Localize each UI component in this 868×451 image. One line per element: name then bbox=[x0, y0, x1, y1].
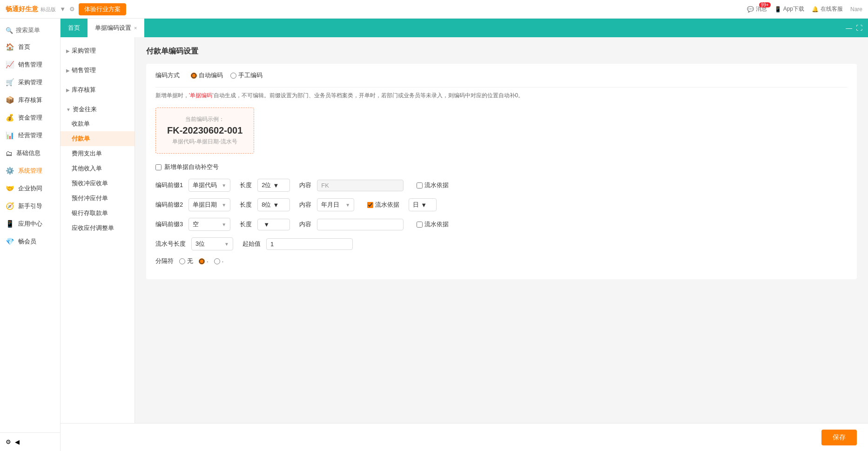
sidebar-settings-icon[interactable]: ⚙ bbox=[6, 438, 11, 445]
prefix3-select[interactable]: 空 ▼ bbox=[188, 218, 230, 231]
sep-dot2[interactable]: · bbox=[214, 258, 224, 265]
len2-select[interactable]: 8位 ▼ bbox=[257, 198, 290, 211]
sidebar-collapse-icon[interactable]: ◀ bbox=[15, 438, 20, 445]
prefix1-select[interactable]: 单据代码 ▼ bbox=[188, 179, 230, 192]
len2-arrow: ▼ bbox=[273, 202, 279, 209]
main-content: 付款单编码设置 编码方式 自动编码 手工编码 bbox=[135, 37, 868, 423]
system-icon: ⚙️ bbox=[6, 167, 14, 175]
tab-home[interactable]: 首页 bbox=[61, 19, 87, 37]
user-name[interactable]: Nare bbox=[850, 6, 862, 13]
sub-group-title-sales[interactable]: ▶ 销售管理 bbox=[61, 63, 135, 77]
sub-group-title-inventory[interactable]: ▶ 库存核算 bbox=[61, 83, 135, 97]
download-label: App下载 bbox=[783, 5, 804, 13]
sidebar-item-apps[interactable]: 📱 应用中心 bbox=[0, 215, 60, 233]
tab-nav-right: — ⛶ bbox=[846, 24, 868, 32]
manual-code-radio[interactable]: 手工编码 bbox=[230, 71, 262, 80]
dropdown-icon[interactable]: ▼ bbox=[60, 6, 66, 13]
sub-item-other-income[interactable]: 其他收入单 bbox=[61, 161, 135, 176]
len1-value: 2位 bbox=[262, 181, 271, 189]
serial-length-label: 流水号长度 bbox=[155, 240, 186, 248]
auto-fill-row[interactable]: 新增单据自动补空号 bbox=[155, 163, 848, 171]
sidebar-item-sales[interactable]: 📈 销售管理 bbox=[0, 56, 60, 74]
member-icon: 💎 bbox=[6, 237, 14, 246]
save-button[interactable]: 保存 bbox=[821, 430, 857, 445]
auto-fill-checkbox[interactable] bbox=[155, 164, 161, 170]
serial2-checkbox[interactable] bbox=[367, 202, 373, 208]
len1-select[interactable]: 2位 ▼ bbox=[257, 179, 290, 192]
sidebar-item-member[interactable]: 💎 畅会员 bbox=[0, 233, 60, 250]
message-button[interactable]: 💬 消息 99+ bbox=[747, 5, 767, 13]
sub-group-title-finance[interactable]: ▼ 资金往来 bbox=[61, 102, 135, 116]
content2-select[interactable]: 年月日 ▼ bbox=[317, 198, 354, 211]
sub-item-receipts[interactable]: 收款单 bbox=[61, 116, 135, 131]
edition-label: 标品版 bbox=[40, 7, 56, 12]
sub-group-sales: ▶ 销售管理 bbox=[61, 61, 135, 80]
tab-maximize-icon[interactable]: ⛶ bbox=[856, 24, 862, 32]
serial-length-select[interactable]: 3位 ▼ bbox=[191, 237, 233, 250]
sub-item-adjust[interactable]: 应收应付调整单 bbox=[61, 221, 135, 236]
settings-icon[interactable]: ⚙ bbox=[69, 6, 75, 13]
arrow-finance: ▼ bbox=[66, 107, 71, 112]
prefix1-label: 编码前缀1 bbox=[155, 181, 183, 189]
sep-dot[interactable]: · bbox=[199, 258, 209, 265]
online-service-button[interactable]: 🔔 在线客服 bbox=[812, 5, 843, 13]
search-menu[interactable]: 🔍 搜索菜单 bbox=[0, 22, 60, 38]
len3-select[interactable]: ▼ bbox=[257, 219, 290, 230]
sidebar-label-member: 畅会员 bbox=[18, 237, 36, 246]
content2-label: 内容 bbox=[299, 201, 311, 209]
app-download-button[interactable]: 📱 App下载 bbox=[774, 5, 804, 13]
auto-code-input[interactable] bbox=[191, 73, 197, 79]
sidebar-item-inventory[interactable]: 📦 库存核算 bbox=[0, 91, 60, 109]
serial1-checkbox[interactable] bbox=[417, 182, 423, 188]
content1-label: 内容 bbox=[299, 181, 311, 189]
info-text: 新增单据时，'单据编码'自动生成，不可编辑。前缀设置为部门、业务员等档案类，开单… bbox=[155, 91, 848, 100]
apps-icon: 📱 bbox=[6, 220, 14, 228]
sidebar-item-system[interactable]: ⚙️ 系统管理 bbox=[0, 162, 60, 180]
sub-item-expense[interactable]: 费用支出单 bbox=[61, 146, 135, 161]
sidebar-item-finance[interactable]: 💰 资金管理 bbox=[0, 109, 60, 127]
sidebar: 🔍 搜索菜单 🏠 首页 📈 销售管理 🛒 采购管理 📦 库存核算 💰 资金管理 … bbox=[0, 19, 61, 451]
sub-item-advance-offset[interactable]: 预付冲应付单 bbox=[61, 191, 135, 206]
sub-item-bank[interactable]: 银行存取款单 bbox=[61, 206, 135, 221]
serial2-label: 流水依据 bbox=[375, 201, 399, 209]
tab-coding-settings[interactable]: 单据编码设置 × bbox=[87, 19, 144, 37]
sidebar-label-basic: 基础信息 bbox=[16, 149, 40, 157]
prefix2-select[interactable]: 单据日期 ▼ bbox=[188, 198, 230, 211]
serial2-checkbox-group: 流水依据 bbox=[367, 201, 399, 209]
serial3-checkbox[interactable] bbox=[417, 222, 423, 228]
arrow-sales: ▶ bbox=[66, 68, 70, 73]
sidebar-item-basic[interactable]: 🗂 基础信息 bbox=[0, 144, 60, 162]
sidebar-item-purchase[interactable]: 🛒 采购管理 bbox=[0, 74, 60, 91]
sidebar-item-guide[interactable]: 🧭 新手引导 bbox=[0, 197, 60, 215]
sep-none[interactable]: 无 bbox=[179, 257, 193, 265]
serial3-checkbox-group: 流水依据 bbox=[417, 220, 449, 229]
sep-none-input[interactable] bbox=[179, 258, 185, 264]
sidebar-item-enterprise[interactable]: 🤝 企业协同 bbox=[0, 180, 60, 197]
sub-item-payments[interactable]: 付款单 bbox=[61, 131, 135, 146]
tab-close-icon[interactable]: × bbox=[134, 25, 137, 31]
sidebar-bottom: ⚙ ◀ bbox=[0, 432, 60, 451]
sep-dot-input[interactable] bbox=[199, 258, 205, 264]
main-layout: 🔍 搜索菜单 🏠 首页 📈 销售管理 🛒 采购管理 📦 库存核算 💰 资金管理 … bbox=[0, 19, 868, 451]
sidebar-item-operation[interactable]: 📊 经营管理 bbox=[0, 127, 60, 144]
sub-group-title-purchase[interactable]: ▶ 采购管理 bbox=[61, 44, 135, 58]
sub-group-label-purchase: 采购管理 bbox=[72, 47, 96, 55]
content3-input[interactable] bbox=[317, 219, 404, 230]
tab-minimize-icon[interactable]: — bbox=[846, 24, 852, 32]
divider-1 bbox=[155, 87, 848, 88]
sidebar-item-home[interactable]: 🏠 首页 bbox=[0, 38, 60, 56]
prefix1-row: 编码前缀1 单据代码 ▼ 长度 2位 ▼ 内容 bbox=[155, 179, 848, 192]
sidebar-label-finance: 资金管理 bbox=[18, 114, 42, 122]
date2-select[interactable]: 日 ▼ bbox=[409, 198, 437, 211]
home-icon: 🏠 bbox=[6, 43, 14, 51]
sep-dot2-input[interactable] bbox=[214, 258, 220, 264]
content2-value: 年月日 bbox=[321, 201, 339, 209]
sub-item-prepay-offset[interactable]: 预收冲应收单 bbox=[61, 176, 135, 191]
start-value-input[interactable] bbox=[266, 238, 353, 250]
auto-code-radio[interactable]: 自动编码 bbox=[191, 71, 223, 80]
top-bar: 畅通好生意 标品版 ▼ ⚙ 体验行业方案 💬 消息 99+ 📱 App下载 🔔 … bbox=[0, 0, 868, 19]
demo-button[interactable]: 体验行业方案 bbox=[79, 3, 126, 15]
len2-value: 8位 bbox=[262, 201, 271, 209]
code-preview-box: 当前编码示例： FK-20230602-001 单据代码-单据日期-流水号 bbox=[155, 108, 254, 154]
manual-code-input[interactable] bbox=[230, 73, 236, 79]
